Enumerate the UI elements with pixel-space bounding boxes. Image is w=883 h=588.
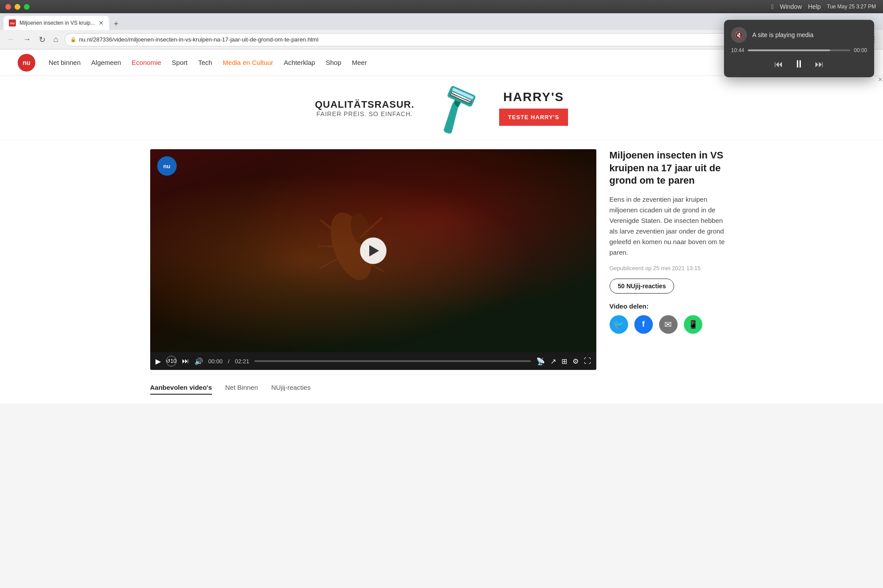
share-whatsapp-button[interactable]: 📱 xyxy=(684,315,702,334)
nav-achterklap[interactable]: Achterklap xyxy=(284,59,315,66)
mac-minimize-btn[interactable] xyxy=(15,4,20,10)
video-right-controls: 📡 ↗ ⊞ ⚙ ⛶ xyxy=(536,357,591,366)
active-tab[interactable]: nu Miljoenen insecten in VS kruip... ✕ xyxy=(4,16,109,30)
video-sidebar: Miljoenen insecten in VS kruipen na 17 j… xyxy=(610,149,733,395)
media-playback-controls: ⏮ ⏸ ⏭ xyxy=(731,58,867,70)
help-menu[interactable]: Help xyxy=(808,3,821,10)
share-facebook-button[interactable]: f xyxy=(634,315,653,334)
media-time-right: 00:00 xyxy=(854,47,867,53)
ad-right: HARRY'S TESTE HARRY'S xyxy=(499,90,568,126)
main-content: nu ▶ ↺10 ⏭ 🔊 00:00 / 02:21 📡 ↗ ⊞ xyxy=(133,140,751,403)
settings-button[interactable]: ⚙ xyxy=(572,357,579,366)
next-button[interactable]: ⏭ xyxy=(182,357,189,365)
nav-algemeen[interactable]: Algemeen xyxy=(91,59,121,66)
time-total: 02:21 xyxy=(235,358,250,365)
back-button[interactable]: ← xyxy=(5,33,17,46)
system-clock: Tue May 25 3:27 PM xyxy=(827,4,876,10)
share-twitter-button[interactable]: 🐦 xyxy=(610,315,628,334)
media-popup-title: A site is playing media xyxy=(752,31,814,38)
tab-net-binnen[interactable]: Net Binnen xyxy=(225,384,258,395)
video-player[interactable]: nu ▶ ↺10 ⏭ 🔊 00:00 / 02:21 📡 ↗ ⊞ xyxy=(150,149,596,370)
tab-nujij-reacties[interactable]: NUjij-reacties xyxy=(271,384,311,395)
media-popup: 🔇 A site is playing media 10:44 00:00 ⏮ … xyxy=(724,20,874,77)
video-controls: ▶ ↺10 ⏭ 🔊 00:00 / 02:21 📡 ↗ ⊞ ⚙ ⛶ xyxy=(150,352,596,370)
nav-meer[interactable]: Meer xyxy=(352,59,367,66)
nav-sport[interactable]: Sport xyxy=(172,59,188,66)
apple-menu[interactable]:  xyxy=(771,3,773,10)
share-button[interactable]: ↗ xyxy=(550,357,556,366)
media-time-left: 10:44 xyxy=(731,47,744,53)
reactions-button[interactable]: 50 NUjij-reacties xyxy=(610,279,675,294)
main-nav: Net binnen Algemeen Economie Sport Tech … xyxy=(49,59,367,66)
play-pause-button[interactable]: ▶ xyxy=(155,357,161,366)
media-forward-button[interactable]: ⏭ xyxy=(815,59,824,69)
media-popup-header: 🔇 A site is playing media xyxy=(731,27,867,43)
publish-date: Gepubliceerd op 25 mei 2021 13:15 xyxy=(610,265,733,271)
ad-banner: QUALITÄTSRASUR. FAIRER PREIS. SO EINFACH… xyxy=(0,76,883,140)
url-text: nu.nl/287336/video/miljoenen-insecten-in… xyxy=(79,36,318,43)
time-separator: / xyxy=(228,358,230,365)
media-progress-fill xyxy=(748,49,830,51)
website: nu Net binnen Algemeen Economie Sport Te… xyxy=(0,49,883,403)
media-progress-row: 10:44 00:00 xyxy=(731,47,867,53)
media-rewind-button[interactable]: ⏮ xyxy=(774,59,783,69)
video-play-button[interactable] xyxy=(360,237,387,264)
media-site-icon: 🔇 xyxy=(731,27,747,43)
mac-close-btn[interactable] xyxy=(5,4,11,10)
nav-economie[interactable]: Economie xyxy=(132,59,161,66)
volume-button[interactable]: 🔊 xyxy=(194,357,203,366)
tab-title: Miljoenen insecten in VS kruip... xyxy=(19,20,95,26)
grid-button[interactable]: ⊞ xyxy=(561,357,567,366)
ad-text: QUALITÄTSRASUR. FAIRER PREIS. SO EINFACH… xyxy=(315,99,414,117)
nav-media-cultuur[interactable]: Media en Cultuur xyxy=(223,59,273,66)
video-section: nu ▶ ↺10 ⏭ 🔊 00:00 / 02:21 📡 ↗ ⊞ xyxy=(150,149,596,395)
nu-badge: nu xyxy=(157,156,177,176)
mac-titlebar:  Window Help Tue May 25 3:27 PM xyxy=(0,0,883,13)
site-logo[interactable]: nu xyxy=(18,54,35,72)
ad-close-button[interactable]: ✕ xyxy=(878,76,883,83)
replay-10-button[interactable]: ↺10 xyxy=(166,356,177,366)
forward-button[interactable]: → xyxy=(21,33,33,46)
video-thumbnail[interactable]: nu xyxy=(150,149,596,352)
ad-cta-button[interactable]: TESTE HARRY'S xyxy=(499,109,568,126)
tab-favicon: nu xyxy=(9,19,16,26)
ad-razor-image: 🪒 xyxy=(426,78,488,138)
home-button[interactable]: ⌂ xyxy=(52,33,60,46)
fullscreen-button[interactable]: ⛶ xyxy=(584,357,591,365)
tab-close-btn[interactable]: ✕ xyxy=(99,19,104,26)
video-progress-bar[interactable] xyxy=(254,360,531,362)
video-tabs: Aanbevolen video's Net Binnen NUjij-reac… xyxy=(150,374,596,395)
share-email-button[interactable]: ✉ xyxy=(659,315,678,334)
reload-button[interactable]: ↻ xyxy=(37,33,47,46)
tab-aanbevolen[interactable]: Aanbevolen video's xyxy=(150,384,212,395)
media-progress-bar[interactable] xyxy=(748,49,850,51)
share-section: Video delen: 🐦 f ✉ 📱 xyxy=(610,302,733,334)
lock-icon: 🔒 xyxy=(70,37,76,42)
video-description: Eens in de zeventien jaar kruipen miljoe… xyxy=(610,194,733,258)
time-current: 00:00 xyxy=(208,358,223,365)
window-menu[interactable]: Window xyxy=(780,3,802,10)
nav-tech[interactable]: Tech xyxy=(198,59,212,66)
share-label: Video delen: xyxy=(610,302,733,310)
nav-shop[interactable]: Shop xyxy=(326,59,341,66)
ad-headline-1: QUALITÄTSRASUR. xyxy=(315,99,414,110)
new-tab-button[interactable]: + xyxy=(110,18,122,30)
cast-button[interactable]: 📡 xyxy=(536,357,545,366)
ad-brand: HARRY'S xyxy=(499,90,568,104)
url-bar[interactable]: 🔒 nu.nl/287336/video/miljoenen-insecten-… xyxy=(64,33,840,46)
nav-net-binnen[interactable]: Net binnen xyxy=(49,59,81,66)
media-pause-button[interactable]: ⏸ xyxy=(794,58,804,70)
video-title: Miljoenen insecten in VS kruipen na 17 j… xyxy=(610,149,733,187)
ad-headline-2: FAIRER PREIS. SO EINFACH. xyxy=(315,110,414,117)
mac-maximize-btn[interactable] xyxy=(24,4,30,10)
share-icons: 🐦 f ✉ 📱 xyxy=(610,315,733,334)
